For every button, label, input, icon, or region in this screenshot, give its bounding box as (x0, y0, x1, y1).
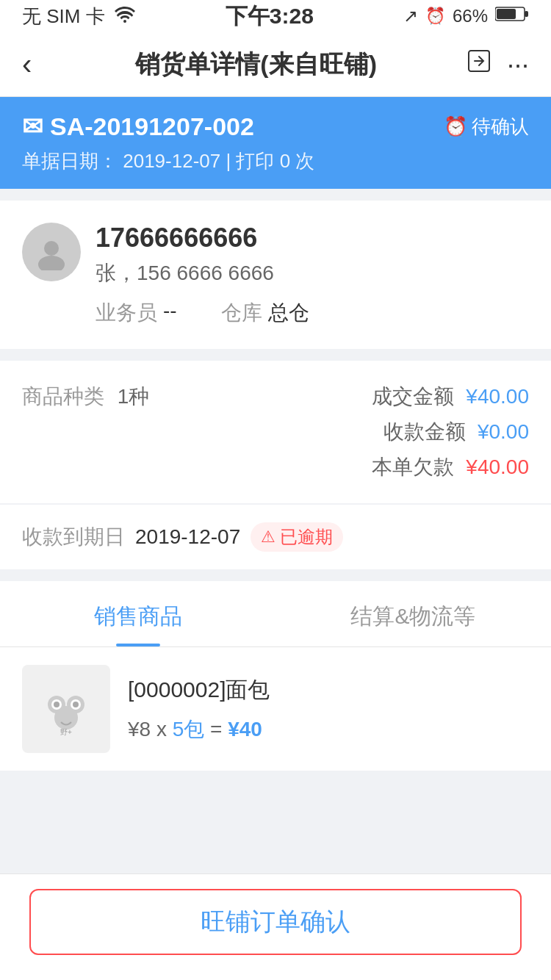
due-value: 2019-12-07 (135, 525, 240, 549)
transaction-value: ¥40.00 (466, 385, 529, 408)
type-value: 1种 (118, 385, 150, 408)
transaction-label: 成交金额 (372, 383, 454, 411)
summary-section: 商品种类 1种 成交金额 ¥40.00 收款金额 ¥0.00 本单欠款 ¥40.… (0, 361, 551, 503)
tab-products[interactable]: 销售商品 (0, 581, 276, 646)
qty-value: 5包 (173, 718, 205, 741)
bottom-bar: 旺铺订单确认 (0, 873, 551, 980)
svg-point-11 (54, 702, 60, 707)
transaction-row: 成交金额 ¥40.00 (372, 383, 529, 411)
avatar (22, 223, 81, 281)
status-bar-left: 无 SIM 卡 (22, 4, 136, 29)
order-date: 单据日期： 2019-12-07 | 打印 0 次 (22, 148, 529, 174)
page-title: 销货单详情(来自旺铺) (46, 48, 466, 82)
order-header: ✉ SA-20191207-002 ⏰ 待确认 单据日期： 2019-12-07… (0, 97, 551, 189)
confirm-order-button[interactable]: 旺铺订单确认 (29, 889, 522, 955)
location-icon: ↗ (403, 6, 418, 26)
svg-point-12 (73, 702, 79, 707)
battery-label: 66% (453, 6, 488, 26)
more-icon[interactable]: ··· (507, 49, 529, 80)
product-price: ¥8 x 5包 = ¥40 (128, 716, 529, 743)
product-info: [0000002]面包 ¥8 x 5包 = ¥40 (128, 675, 529, 743)
overdue-text: 已逾期 (280, 525, 333, 549)
svg-rect-2 (497, 9, 516, 19)
alarm-icon: ⏰ (425, 7, 445, 26)
customer-phone: 17666666666 (96, 223, 529, 253)
received-value: ¥0.00 (478, 420, 529, 444)
type-label: 商品种类 (22, 385, 104, 408)
nav-bar: ‹ 销货单详情(来自旺铺) ··· (0, 32, 551, 97)
overdue-badge: ⚠ 已逾期 (251, 522, 343, 552)
status-bar-right: ↗ ⏰ 66% (403, 6, 529, 26)
status-bar: 无 SIM 卡 下午3:28 ↗ ⏰ 66% (0, 0, 551, 32)
share-icon[interactable] (466, 48, 492, 81)
svg-point-5 (38, 256, 65, 270)
tabs-header: 销售商品 结算&物流等 (0, 581, 551, 647)
sales-value: -- (163, 299, 177, 327)
order-header-top: ✉ SA-20191207-002 ⏰ 待确认 (22, 112, 529, 141)
order-envelope-icon: ✉ (22, 112, 43, 141)
price-multiplier: x (156, 718, 173, 741)
status-bar-time: 下午3:28 (226, 1, 314, 32)
warehouse-value: 总仓 (268, 299, 309, 327)
warehouse-label: 仓库 (221, 299, 262, 327)
summary-right: 成交金额 ¥40.00 收款金额 ¥0.00 本单欠款 ¥40.00 (372, 383, 529, 481)
customer-details: 17666666666 张，156 6666 6666 业务员 -- 仓库 总仓 (96, 223, 529, 327)
equals-sign: = (210, 718, 228, 741)
product-name: [0000002]面包 (128, 675, 529, 705)
svg-text:野+: 野+ (60, 728, 72, 736)
back-button[interactable]: ‹ (22, 48, 46, 81)
customer-info: 17666666666 张，156 6666 6666 业务员 -- 仓库 总仓 (22, 223, 529, 327)
order-number: ✉ SA-20191207-002 (22, 112, 254, 141)
order-status: ⏰ 待确认 (444, 114, 529, 140)
customer-meta: 业务员 -- 仓库 总仓 (96, 299, 529, 327)
sales-info: 业务员 -- (96, 299, 177, 327)
sim-label: 无 SIM 卡 (22, 4, 105, 29)
wifi-icon (114, 5, 136, 28)
overdue-icon: ⚠ (261, 527, 276, 547)
sales-label: 业务员 (96, 299, 157, 327)
price-value: ¥8 (128, 718, 151, 741)
svg-point-4 (44, 241, 59, 256)
due-label: 收款到期日 (22, 523, 125, 551)
owed-value: ¥40.00 (466, 455, 529, 479)
owed-label: 本单欠款 (372, 453, 454, 481)
total-value: ¥40 (228, 718, 262, 741)
svg-point-8 (54, 706, 78, 729)
received-label: 收款金额 (383, 418, 466, 446)
status-clock-icon: ⏰ (444, 115, 467, 138)
customer-card: 17666666666 张，156 6666 6666 业务员 -- 仓库 总仓 (0, 201, 551, 349)
nav-actions: ··· (466, 48, 529, 81)
customer-name: 张，156 6666 6666 (96, 259, 529, 287)
svg-rect-1 (525, 11, 528, 17)
tab-settlement[interactable]: 结算&物流等 (276, 581, 551, 646)
product-thumbnail: 野+ (22, 665, 110, 753)
product-item: 野+ [0000002]面包 ¥8 x 5包 = ¥40 (0, 647, 551, 771)
summary-left: 商品种类 1种 (22, 383, 149, 411)
due-date-section: 收款到期日 2019-12-07 ⚠ 已逾期 (0, 505, 551, 569)
battery-icon (495, 6, 529, 26)
owed-row: 本单欠款 ¥40.00 (372, 453, 529, 481)
received-row: 收款金额 ¥0.00 (372, 418, 529, 446)
tabs-section: 销售商品 结算&物流等 野+ [0000002]面包 ¥8 x (0, 581, 551, 771)
warehouse-info: 仓库 总仓 (221, 299, 309, 327)
